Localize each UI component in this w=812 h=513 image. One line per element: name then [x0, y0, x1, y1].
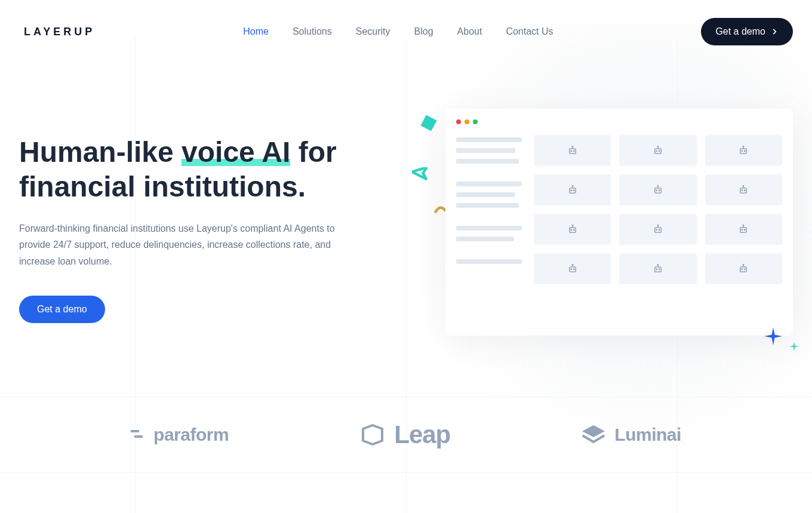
- nav-blog[interactable]: Blog: [414, 26, 433, 37]
- customer-logos-strip: paraform Leap Luminai: [0, 397, 812, 473]
- nav-home[interactable]: Home: [243, 26, 269, 37]
- logo-luminai-text: Luminai: [614, 425, 681, 445]
- logo-paraform: paraform: [131, 425, 229, 445]
- hero-cta-button[interactable]: Get a demo: [19, 296, 105, 323]
- primary-nav: Home Solutions Security Blog About Conta…: [243, 26, 553, 37]
- header-demo-button[interactable]: Get a demo: [701, 18, 793, 45]
- hero-title: Human-like voice AI for financial instit…: [19, 135, 401, 204]
- svg-rect-49: [131, 430, 139, 432]
- header-demo-label: Get a demo: [715, 26, 765, 37]
- paraform-mark-icon: [131, 428, 145, 441]
- brand-logo[interactable]: LAYERUP: [24, 26, 95, 38]
- logo-leap-text: Leap: [394, 420, 450, 449]
- luminai-mark-icon: [581, 424, 606, 446]
- nav-contact[interactable]: Contact Us: [506, 26, 553, 37]
- hero-title-pre: Human-like: [19, 136, 182, 168]
- hero-title-underline: voice AI: [182, 135, 290, 170]
- logo-paraform-text: paraform: [153, 425, 229, 445]
- sparkle-small-icon: [789, 342, 799, 354]
- sparkle-icon: [764, 327, 782, 348]
- hero-section: Human-like voice AI for financial instit…: [0, 63, 812, 323]
- svg-rect-50: [134, 435, 143, 438]
- nav-solutions[interactable]: Solutions: [293, 26, 332, 37]
- nav-security[interactable]: Security: [356, 26, 390, 37]
- hero-subtitle: Forward-thinking financial institutions …: [19, 220, 365, 269]
- chevron-right-icon: [770, 27, 779, 36]
- nav-about[interactable]: About: [457, 26, 482, 37]
- logo-leap: Leap: [359, 420, 450, 449]
- site-header: LAYERUP Home Solutions Security Blog Abo…: [0, 0, 812, 63]
- leap-mark-icon: [359, 423, 386, 447]
- logo-luminai: Luminai: [581, 424, 681, 446]
